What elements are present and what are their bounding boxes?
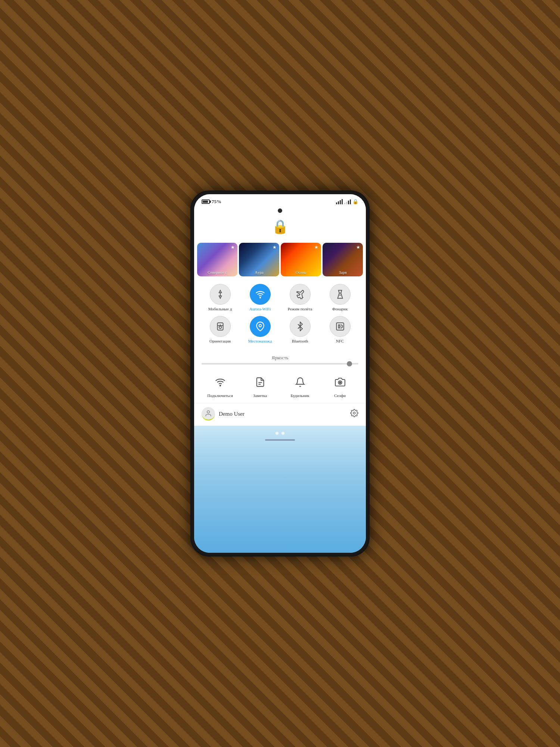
action-alarm-label: Будильник <box>291 393 309 398</box>
home-dots <box>276 432 284 435</box>
wallpaper-autumn-label: Осень <box>281 270 321 275</box>
tile-orientation-label: Ориентация <box>209 339 231 344</box>
action-connect-label: Подключиться <box>207 393 233 398</box>
user-section: Demo User <box>194 403 366 426</box>
action-note-label: Заметка <box>253 393 267 398</box>
brightness-fill <box>202 363 343 365</box>
svg-point-14 <box>339 382 341 383</box>
tile-nfc[interactable]: NFC <box>325 316 355 344</box>
wifi-signal-icon <box>336 199 343 204</box>
battery-icon <box>202 199 210 204</box>
nfc-icon <box>330 316 351 337</box>
tile-wifi[interactable]: Aurora-WiFi <box>245 284 275 311</box>
svg-rect-5 <box>217 323 223 330</box>
tile-flashlight[interactable]: Фонарик <box>325 284 355 311</box>
brightness-thumb[interactable] <box>347 361 352 366</box>
connect-icon <box>211 373 230 391</box>
tile-bluetooth-label: Bluetooth <box>292 339 308 344</box>
tile-location[interactable]: Местонахожд <box>245 316 275 344</box>
lock-icon: 🔒 <box>272 219 289 235</box>
alarm-icon <box>291 373 309 391</box>
action-selfie-label: Селфи <box>334 393 346 398</box>
svg-point-16 <box>353 412 355 414</box>
status-bar: 75% 🔒 <box>194 194 366 208</box>
quick-actions: Подключиться Заметка <box>194 369 366 403</box>
lock-status-icon: 🔒 <box>352 199 358 205</box>
dot-1 <box>276 432 279 435</box>
tile-nfc-label: NFC <box>336 339 344 344</box>
star-north: ★ <box>231 245 235 250</box>
home-bar[interactable] <box>265 439 295 441</box>
wallpaper-north[interactable]: ★ Северное с <box>197 243 237 276</box>
user-name: Demo User <box>219 411 245 417</box>
tile-airplane[interactable]: Режим полёта <box>285 284 315 311</box>
tile-airplane-label: Режим полёта <box>288 307 312 311</box>
svg-point-10 <box>220 385 220 386</box>
tile-mobile-data[interactable]: Мобильные д <box>205 284 235 311</box>
svg-point-6 <box>219 326 221 329</box>
star-aura: ★ <box>273 245 277 250</box>
tiles-row-1: Мобильные д Aurora-WiFi <box>200 284 360 311</box>
tile-mobile-data-label: Мобильные д <box>208 307 232 311</box>
tile-wifi-label: Aurora-WiFi <box>249 307 271 311</box>
tile-flashlight-label: Фонарик <box>332 307 348 311</box>
wallpaper-autumn[interactable]: ★ Осень <box>281 243 321 276</box>
wallpaper-strip: ★ Северное с ★ Аура ★ Осень ★ Заря <box>194 243 366 280</box>
brightness-section: Яркость <box>194 352 366 369</box>
star-dawn: ★ <box>356 245 360 250</box>
svg-marker-2 <box>219 296 221 298</box>
action-alarm[interactable]: Будильник <box>285 373 315 398</box>
note-icon <box>251 373 270 391</box>
orientation-icon <box>210 316 231 337</box>
action-note[interactable]: Заметка <box>245 373 275 398</box>
tile-orientation[interactable]: Ориентация <box>205 316 235 344</box>
location-icon <box>250 316 271 337</box>
dot-2 <box>281 432 284 435</box>
user-info: Demo User <box>202 407 245 421</box>
action-selfie[interactable]: Селфи <box>325 373 355 398</box>
quick-tiles: Мобильные д Aurora-WiFi <box>194 280 366 352</box>
svg-marker-0 <box>219 290 221 293</box>
selfie-icon <box>331 373 349 391</box>
front-camera <box>278 208 282 213</box>
phone-screen: 75% 🔒 <box>194 194 366 553</box>
wifi-icon <box>250 284 271 305</box>
bluetooth-icon <box>290 316 311 337</box>
phone-device: 75% 🔒 <box>190 190 370 557</box>
tile-bluetooth[interactable]: Bluetooth <box>285 316 315 344</box>
bottom-area <box>194 426 366 553</box>
tile-location-label: Местонахожд <box>248 339 272 344</box>
wallpaper-aura[interactable]: ★ Аура <box>239 243 279 276</box>
brightness-slider[interactable] <box>202 363 358 365</box>
cell-signal-icon <box>344 199 351 204</box>
flashlight-icon <box>330 284 351 305</box>
notch-area <box>194 208 366 215</box>
status-right: 🔒 <box>336 199 358 205</box>
svg-point-3 <box>259 297 260 298</box>
svg-point-8 <box>259 325 261 327</box>
action-connect[interactable]: Подключиться <box>205 373 235 398</box>
status-left: 75% <box>202 199 221 205</box>
battery-percentage: 75% <box>212 199 221 205</box>
wallpaper-dawn[interactable]: ★ Заря <box>323 243 363 276</box>
wallpaper-aura-label: Аура <box>239 270 279 275</box>
mobile-data-icon <box>210 284 231 305</box>
wallpaper-north-label: Северное с <box>197 270 237 275</box>
star-autumn: ★ <box>314 245 318 250</box>
svg-point-15 <box>207 410 210 413</box>
brightness-label: Яркость <box>202 355 358 361</box>
airplane-icon <box>290 284 311 305</box>
user-avatar <box>202 407 215 421</box>
wallpaper-dawn-label: Заря <box>323 270 363 275</box>
lock-header: 🔒 <box>194 215 366 243</box>
tiles-row-2: Ориентация Местонахожд <box>200 316 360 344</box>
settings-button[interactable] <box>350 409 358 419</box>
